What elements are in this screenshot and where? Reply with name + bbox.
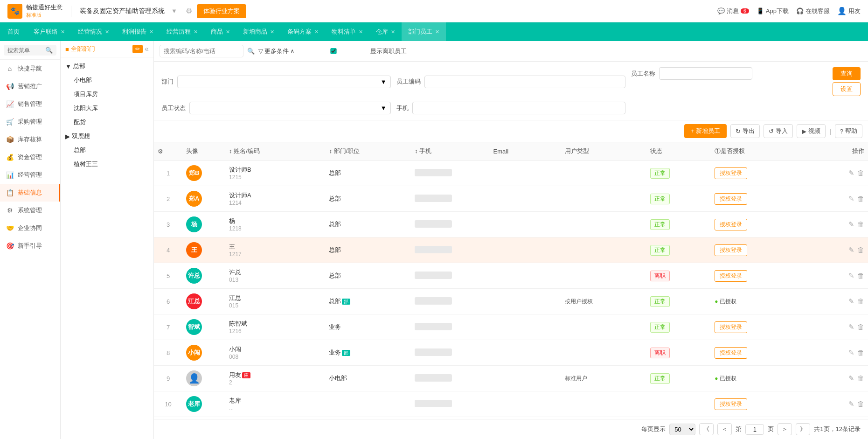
auth-login-btn[interactable]: 授权登录: [715, 244, 747, 256]
emp-name-input[interactable]: [659, 67, 752, 80]
delete-icon[interactable]: 🗑: [857, 374, 864, 383]
auth-login-btn[interactable]: 授权登录: [715, 398, 747, 410]
tab-home[interactable]: 首页: [0, 22, 27, 41]
view-btn[interactable]: ▶ 视频: [797, 124, 826, 138]
auth-login-btn[interactable]: 授权登录: [715, 193, 747, 205]
dept-item-project-warehouse[interactable]: 项目库房: [61, 87, 153, 101]
dept-item-general[interactable]: ▼ 总部: [61, 59, 153, 73]
per-page-select[interactable]: 50 20 100: [669, 424, 695, 435]
auth-login-btn[interactable]: 授权登录: [715, 347, 747, 359]
help-btn[interactable]: ? 帮助: [835, 124, 862, 138]
close-icon[interactable]: ✕: [391, 29, 395, 35]
sidebar-item-marketing[interactable]: 📢 营销推广: [0, 77, 60, 95]
col-settings[interactable]: ⚙: [154, 142, 182, 160]
dept-item-shenyang[interactable]: 沈阳大库: [61, 101, 153, 115]
next-page-btn[interactable]: ＞: [778, 423, 792, 435]
system-dropdown-icon[interactable]: ▼: [171, 7, 177, 14]
dept-item-tree-king[interactable]: 植树王三: [61, 157, 153, 171]
edit-icon[interactable]: ✎: [848, 374, 854, 383]
sidebar-item-finance[interactable]: 💰 资金管理: [0, 148, 60, 166]
tab-customer[interactable]: 客户联络✕: [27, 22, 71, 41]
close-icon[interactable]: ✕: [314, 29, 319, 35]
edit-icon[interactable]: ✎: [848, 246, 854, 254]
tab-operation[interactable]: 经营情况✕: [71, 22, 116, 41]
edit-icon[interactable]: ✎: [848, 195, 854, 203]
show-resigned-checkbox[interactable]: 显示离职员工: [299, 47, 407, 56]
close-icon[interactable]: ✕: [61, 29, 65, 35]
sidebar-item-management[interactable]: 📊 经营管理: [0, 166, 60, 184]
more-conditions-btn[interactable]: ▽ 更多条件 ∧: [258, 47, 295, 56]
edit-icon[interactable]: ✎: [848, 348, 854, 357]
close-icon[interactable]: ✕: [359, 29, 363, 35]
delete-icon[interactable]: 🗑: [857, 246, 864, 254]
settings-icon[interactable]: ⚙: [186, 7, 192, 15]
sidebar-search-input[interactable]: [7, 47, 43, 54]
close-icon[interactable]: ✕: [226, 29, 230, 35]
search-btn[interactable]: 🔍: [247, 48, 255, 55]
query-btn[interactable]: 查询: [833, 67, 861, 80]
app-download-action[interactable]: 📱 App下载: [757, 7, 789, 15]
sidebar-item-sales[interactable]: 📈 销售管理: [0, 95, 60, 113]
auth-login-btn[interactable]: 授权登录: [715, 321, 747, 333]
delete-icon[interactable]: 🗑: [857, 272, 864, 280]
sidebar-item-collab[interactable]: 🤝 企业协同: [0, 219, 60, 237]
close-icon[interactable]: ✕: [270, 29, 274, 35]
auth-login-btn[interactable]: 授权登录: [715, 270, 747, 282]
dept-tree-collapse-icon[interactable]: «: [145, 45, 149, 53]
delete-icon[interactable]: 🗑: [857, 195, 864, 203]
edit-icon[interactable]: ✎: [848, 297, 854, 306]
col-name-code[interactable]: ↕ 姓名/编码: [225, 142, 325, 160]
dept-item-shuang[interactable]: ▶ 双鹿想: [61, 129, 153, 143]
auth-login-btn[interactable]: 授权登录: [715, 167, 747, 179]
tab-history[interactable]: 经营历程✕: [160, 22, 204, 41]
close-icon[interactable]: ✕: [194, 29, 198, 35]
message-action[interactable]: 💬 消息 6: [717, 7, 749, 15]
delete-icon[interactable]: 🗑: [857, 220, 864, 229]
first-page-btn[interactable]: 《: [699, 423, 714, 435]
edit-icon[interactable]: ✎: [848, 169, 854, 177]
tab-new-goods[interactable]: 新增商品✕: [236, 22, 281, 41]
col-phone[interactable]: ↕ 手机: [411, 142, 489, 160]
page-number-input[interactable]: [745, 424, 764, 435]
dept-item-headquarters[interactable]: 总部: [61, 143, 153, 157]
sidebar-item-purchase[interactable]: 🛒 采购管理: [0, 113, 60, 131]
import-btn[interactable]: ↺ 导入: [764, 124, 793, 138]
experience-btn[interactable]: 体验行业方案: [197, 4, 246, 18]
tab-dept-employee[interactable]: 部门员工✕: [402, 22, 446, 41]
edit-icon[interactable]: ✎: [848, 323, 854, 331]
dept-item-small-elec[interactable]: 小电部: [61, 73, 153, 87]
sidebar-item-quick-nav[interactable]: ⌂ 快捷导航: [0, 60, 60, 77]
search-input[interactable]: [160, 45, 243, 57]
dept-tree-edit-icon[interactable]: ✏: [132, 45, 143, 53]
status-select[interactable]: ▼: [189, 102, 391, 114]
user-action[interactable]: 👤 用友: [837, 7, 861, 15]
col-dept-position[interactable]: ↕ 部门/职位: [325, 142, 411, 160]
auth-login-btn[interactable]: 授权登录: [715, 219, 747, 230]
sidebar-item-system[interactable]: ⚙ 系统管理: [0, 202, 60, 219]
sidebar-item-basic-info[interactable]: 📋 基础信息: [0, 184, 60, 202]
edit-icon[interactable]: ✎: [848, 400, 854, 408]
tab-goods[interactable]: 商品✕: [204, 22, 236, 41]
dept-select[interactable]: ▼: [177, 76, 391, 88]
add-employee-btn[interactable]: + 新增员工: [684, 124, 727, 138]
prev-page-btn[interactable]: ＜: [717, 423, 732, 435]
tab-barcode[interactable]: 条码方案✕: [281, 22, 325, 41]
delete-icon[interactable]: 🗑: [857, 169, 864, 177]
tab-profit[interactable]: 利润报告✕: [116, 22, 160, 41]
edit-icon[interactable]: ✎: [848, 220, 854, 229]
edit-icon[interactable]: ✎: [848, 272, 854, 280]
delete-icon[interactable]: 🗑: [857, 400, 864, 408]
sidebar-item-guide[interactable]: 🎯 新手引导: [0, 237, 60, 255]
online-service-action[interactable]: 🎧 在线客服: [796, 7, 830, 15]
phone-input[interactable]: [412, 102, 626, 114]
emp-code-input[interactable]: [424, 76, 626, 88]
delete-icon[interactable]: 🗑: [857, 297, 864, 306]
last-page-btn[interactable]: 》: [796, 423, 810, 435]
close-icon[interactable]: ✕: [149, 29, 153, 35]
delete-icon[interactable]: 🗑: [857, 348, 864, 357]
tab-warehouse[interactable]: 仓库✕: [369, 22, 402, 41]
close-icon[interactable]: ✕: [105, 29, 109, 35]
export-btn[interactable]: ↻ 导出: [730, 124, 760, 138]
delete-icon[interactable]: 🗑: [857, 323, 864, 331]
tab-material[interactable]: 物料清单✕: [325, 22, 369, 41]
